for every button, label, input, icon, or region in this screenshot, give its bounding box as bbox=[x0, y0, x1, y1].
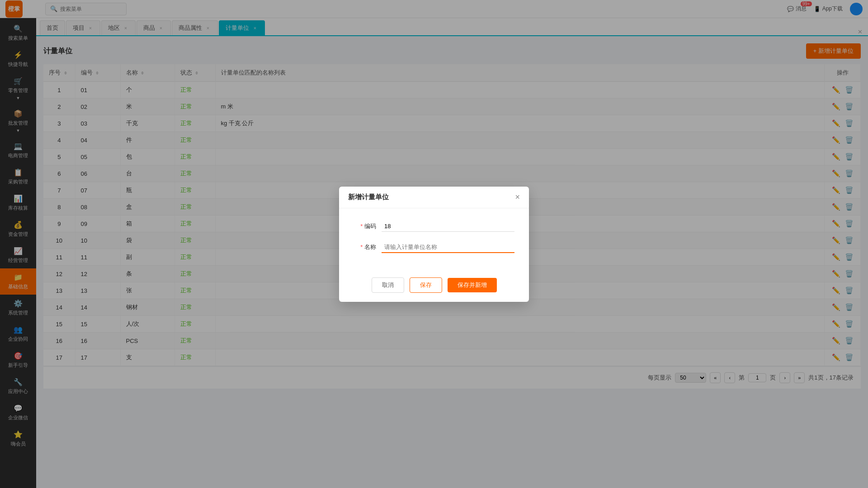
form-item-name: * 名称 bbox=[354, 242, 514, 253]
code-input[interactable] bbox=[382, 221, 514, 232]
form-label-name: * 名称 bbox=[354, 243, 376, 251]
modal-body: * 编码 * 名称 bbox=[339, 208, 529, 272]
modal-close-button[interactable]: × bbox=[515, 193, 520, 201]
name-input[interactable] bbox=[382, 242, 514, 253]
save-and-new-button[interactable]: 保存并新增 bbox=[448, 278, 497, 292]
modal-title: 新增计量单位 bbox=[348, 193, 389, 202]
form-item-code: * 编码 bbox=[354, 221, 514, 232]
form-label-code: * 编码 bbox=[354, 222, 376, 230]
modal: 新增计量单位 × * 编码 * 名称 取消 保存 bbox=[339, 187, 529, 302]
cancel-button[interactable]: 取消 bbox=[372, 277, 404, 293]
modal-overlay: 新增计量单位 × * 编码 * 名称 取消 保存 bbox=[0, 0, 868, 488]
modal-header: 新增计量单位 × bbox=[339, 187, 529, 208]
modal-footer: 取消 保存 保存并新增 bbox=[339, 272, 529, 302]
save-button[interactable]: 保存 bbox=[410, 277, 442, 293]
